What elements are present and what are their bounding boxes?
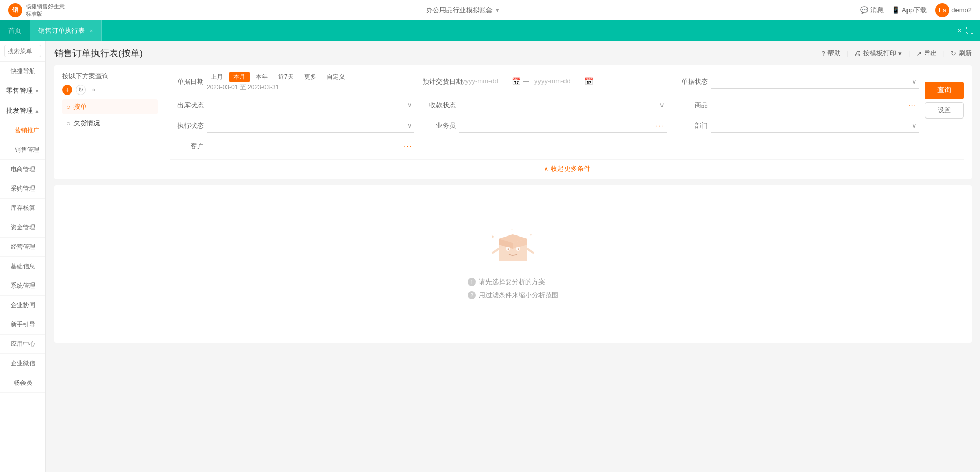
goods-select[interactable]: ··· xyxy=(711,98,919,112)
logo-text: 畅捷销售好生意 标准版 xyxy=(26,3,65,17)
expected-date-start-input[interactable] xyxy=(459,75,510,87)
scheme-add-button[interactable]: + xyxy=(62,85,72,95)
collapse-row: ∧ 收起更多条件 xyxy=(170,159,964,173)
salesperson-select[interactable]: ··· xyxy=(459,119,667,133)
top-bar-center[interactable]: 办公用品行业模拟账套 ▾ xyxy=(426,6,499,15)
divider1: | xyxy=(847,50,848,57)
page-wrapper: 销售订单执行表(按单) ? 帮助 | 🖨 按模板打印 ▾ | ↗ xyxy=(46,41,980,349)
date-btn-last-month[interactable]: 上月 xyxy=(207,72,227,82)
scheme-item-按单[interactable]: ○ 按单 xyxy=(62,99,158,114)
date-btn-this-year[interactable]: 本年 xyxy=(252,72,272,82)
customer-select[interactable]: ··· xyxy=(207,139,414,153)
empty-tip-2: 2 用过滤条件来缩小分析范围 xyxy=(468,289,558,302)
nav-tabs: 首页 销售订单执行表 × × ⛶ xyxy=(0,20,980,41)
export-button[interactable]: ↗ 导出 xyxy=(916,49,937,58)
status-chev-icon: ∨ xyxy=(910,78,919,85)
top-bar: 销 畅捷销售好生意 标准版 办公用品行业模拟账套 ▾ 💬 消息 📱 App下载 … xyxy=(0,0,980,20)
refresh-button[interactable]: ↻ 刷新 xyxy=(951,49,972,58)
date-btn-custom[interactable]: 自定义 xyxy=(323,72,349,82)
close-window-icon[interactable]: × xyxy=(957,26,962,35)
settings-button[interactable]: 设置 xyxy=(925,102,964,119)
tip-num-2: 2 xyxy=(468,291,476,299)
svg-point-6 xyxy=(508,248,509,250)
out-status-chev-icon: ∨ xyxy=(405,101,414,109)
tab-close-icon[interactable]: × xyxy=(90,28,93,34)
sidebar-item-sales[interactable]: 销售管理 xyxy=(0,140,45,160)
dept-select[interactable]: ∨ xyxy=(711,119,919,133)
sidebar-item-retail[interactable]: 零售管理 ▼ xyxy=(0,81,45,101)
tab-home[interactable]: 首页 xyxy=(0,20,30,41)
user-profile[interactable]: Ea demo2 xyxy=(935,3,972,17)
date-btn-this-month[interactable]: 本月 xyxy=(229,72,250,82)
query-button[interactable]: 查询 xyxy=(925,82,964,99)
main-layout: 快捷导航 零售管理 ▼ 批发管理 ▲ 营销推广 销售管理 电商管理 采购管理 库… xyxy=(0,41,980,472)
fullscreen-icon[interactable]: ⛶ xyxy=(966,26,974,35)
date-btn-more[interactable]: 更多 xyxy=(300,72,321,82)
filter-status-field: 单据状态 ∨ xyxy=(675,72,919,92)
exec-status-select[interactable]: ∨ xyxy=(207,119,414,133)
page-header: 销售订单执行表(按单) ? 帮助 | 🖨 按模板打印 ▾ | ↗ xyxy=(54,47,972,59)
salesperson-dots-icon[interactable]: ··· xyxy=(654,122,667,129)
sidebar-item-apps[interactable]: 应用中心 xyxy=(0,335,45,354)
sidebar-item-inventory[interactable]: 库存核算 xyxy=(0,199,45,218)
collapse-button[interactable]: ∧ 收起更多条件 xyxy=(544,164,591,173)
scheme-collapse-button[interactable]: « xyxy=(89,85,99,95)
calendar-start-icon[interactable]: 📅 xyxy=(512,77,521,85)
sidebar-item-marketing[interactable]: 营销推广 xyxy=(0,121,45,140)
sidebar-item-ecommerce[interactable]: 电商管理 xyxy=(0,160,45,179)
filter-section: 按以下方案查询 + ↻ « ○ 按单 ○ 欠货情 xyxy=(62,72,964,173)
sidebar-item-operation[interactable]: 经营管理 xyxy=(0,238,45,257)
tab-sales-order[interactable]: 销售订单执行表 × xyxy=(30,20,102,41)
svg-text:✦: ✦ xyxy=(491,234,495,240)
sidebar-item-wechat[interactable]: 企业微信 xyxy=(0,354,45,373)
sidebar-item-quick-nav[interactable]: 快捷导航 xyxy=(0,62,45,81)
scheme-refresh-button[interactable]: ↻ xyxy=(76,85,86,95)
sidebar-item-enterprise[interactable]: 企业协同 xyxy=(0,296,45,315)
tip-num-1: 1 xyxy=(468,278,476,286)
exec-status-chev-icon: ∨ xyxy=(405,122,414,129)
download-icon: 📱 xyxy=(892,6,900,14)
date-btn-7days[interactable]: 近7天 xyxy=(274,72,298,82)
expected-date-end-input[interactable] xyxy=(531,75,582,87)
logo-area: 销 畅捷销售好生意 标准版 xyxy=(8,3,65,17)
sidebar-item-purchase[interactable]: 采购管理 xyxy=(0,179,45,199)
print-dropdown-icon[interactable]: ▾ xyxy=(898,50,902,57)
collect-status-select[interactable]: ∨ xyxy=(459,98,667,112)
filter-expected-date-field: 预计交货日期 📅 — 📅 xyxy=(423,72,667,92)
help-button[interactable]: ? 帮助 xyxy=(822,49,841,58)
status-select[interactable]: ∨ xyxy=(711,75,919,89)
svg-text:✦: ✦ xyxy=(511,227,513,231)
svg-line-9 xyxy=(527,249,533,253)
svg-point-7 xyxy=(518,248,519,250)
page-actions: ? 帮助 | 🖨 按模板打印 ▾ | ↗ 导出 | xyxy=(822,49,972,58)
search-menu-input[interactable] xyxy=(4,45,41,57)
content-area: 销售订单执行表(按单) ? 帮助 | 🖨 按模板打印 ▾ | ↗ xyxy=(46,41,980,472)
app-download-button[interactable]: 📱 App下载 xyxy=(892,6,927,15)
logo-icon: 销 xyxy=(8,3,22,17)
top-bar-right: 💬 消息 📱 App下载 Ea demo2 xyxy=(860,3,972,17)
filter-scheme-panel: 按以下方案查询 + ↻ « ○ 按单 ○ 欠货情 xyxy=(62,72,164,173)
sidebar-item-system[interactable]: 系统管理 xyxy=(0,276,45,296)
empty-illustration: ✦ ✦ ✦ xyxy=(487,226,538,267)
help-icon: ? xyxy=(822,50,825,57)
customer-dots-icon[interactable]: ··· xyxy=(402,142,414,150)
nav-center-dropdown-icon[interactable]: ▾ xyxy=(496,6,499,14)
filter-exec-status-field: 执行状态 ∨ xyxy=(170,119,414,133)
message-icon: 💬 xyxy=(860,6,868,14)
sidebar-item-wholesale[interactable]: 批发管理 ▲ xyxy=(0,101,45,121)
calendar-end-icon[interactable]: 📅 xyxy=(584,77,593,85)
dept-chev-icon: ∨ xyxy=(910,122,919,129)
empty-tips: 1 请先选择要分析的方案 2 用过滤条件来缩小分析范围 xyxy=(468,275,558,302)
goods-dots-icon[interactable]: ··· xyxy=(906,101,919,109)
scheme-item-欠货情况[interactable]: ○ 欠货情况 xyxy=(62,115,158,131)
out-status-select[interactable]: ∨ xyxy=(207,98,414,112)
message-button[interactable]: 💬 消息 xyxy=(860,6,884,15)
sidebar-item-basic[interactable]: 基础信息 xyxy=(0,257,45,276)
sidebar-item-finance[interactable]: 资金管理 xyxy=(0,218,45,238)
avatar: Ea xyxy=(935,3,949,17)
retail-expand-icon: ▼ xyxy=(35,88,40,94)
sidebar-item-member[interactable]: 畅会员 xyxy=(0,373,45,393)
print-button[interactable]: 🖨 按模板打印 ▾ xyxy=(854,49,902,58)
search-menu[interactable] xyxy=(0,41,45,62)
sidebar-item-newbie[interactable]: 新手引导 xyxy=(0,315,45,335)
